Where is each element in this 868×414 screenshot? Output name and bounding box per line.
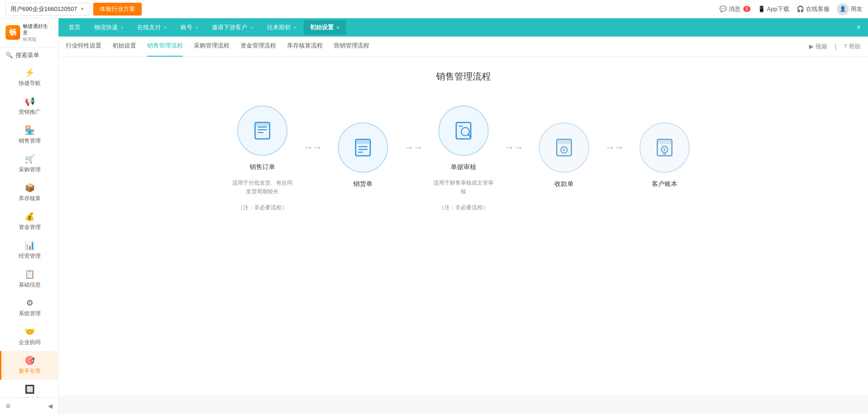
tab-logistics[interactable]: 物流快递 × xyxy=(88,20,130,35)
sidebar-item-inventory[interactable]: 📦 库存核算 xyxy=(0,178,58,207)
app-label: App下载 xyxy=(767,5,789,13)
close-icon[interactable]: × xyxy=(121,25,123,30)
sidebar-item-app-center[interactable]: 🔲 应用中心 xyxy=(0,380,58,398)
sub-tab-sales-flow[interactable]: 销售管理流程 xyxy=(147,37,183,57)
sales-icon: 🏪 xyxy=(25,125,35,135)
sidebar-item-label: 系统管理 xyxy=(19,310,41,318)
flow-step-customer-account[interactable]: ¥ 客户账本 xyxy=(623,122,706,196)
close-all-tabs[interactable]: × xyxy=(853,23,864,32)
svg-rect-4 xyxy=(256,123,269,126)
sub-tab-init-label: 初始设置 xyxy=(112,42,136,50)
help-icon: ? xyxy=(844,43,847,50)
username-label: 用友 xyxy=(851,5,863,13)
sidebar-item-label: 库存核算 xyxy=(19,195,41,202)
sub-tab-inventory-flow[interactable]: 库存核算流程 xyxy=(287,37,323,57)
sidebar-item-label: 基础信息 xyxy=(19,281,41,289)
close-icon[interactable]: × xyxy=(336,25,339,30)
message-item[interactable]: 💬 消息 6 xyxy=(719,5,751,13)
search-label: 搜索菜单 xyxy=(16,51,39,59)
sub-tab-marketing-flow[interactable]: 营销管理流程 xyxy=(334,37,369,57)
quick-icon: ⚡ xyxy=(25,68,35,78)
tab-init-settings[interactable]: 初始设置 × xyxy=(304,20,346,35)
sub-tabs-actions: ▶ 视频 | ? 帮助 xyxy=(809,42,861,51)
flow-diagram: 销售订单 适用于分批发货、有合同发货周期较长 （注：非必要流程） →→ xyxy=(77,106,850,212)
tab-period-label: 往来期初 xyxy=(267,23,291,32)
user-profile[interactable]: 👤 用友 xyxy=(837,3,863,15)
collapse-icon[interactable]: ◀ xyxy=(48,403,53,409)
service-label: 在线客服 xyxy=(806,5,830,13)
sidebar-search[interactable]: 🔍 搜索菜单 xyxy=(0,48,58,63)
video-label: 视频 xyxy=(815,42,827,51)
close-icon[interactable]: × xyxy=(250,25,253,30)
sidebar-item-label: 销售管理 xyxy=(19,137,41,145)
flow-circle-sales-invoice xyxy=(338,122,388,173)
headset-icon: 🎧 xyxy=(797,5,804,12)
flow-name-sales-invoice: 销货单 xyxy=(353,180,373,188)
page-title: 销售管理流程 xyxy=(77,70,850,83)
search-icon: 🔍 xyxy=(5,52,13,58)
sidebar-item-sales[interactable]: 🏪 销售管理 xyxy=(0,121,58,149)
close-icon[interactable]: × xyxy=(164,25,166,30)
header-left: 用户690企业1660120507 ▼ 体验行业方案 xyxy=(5,3,142,16)
sidebar-item-purchase[interactable]: 🛒 采购管理 xyxy=(0,149,58,178)
sidebar-item-operations[interactable]: 📊 经营管理 xyxy=(0,236,58,265)
sidebar-logo: 畅 畅捷通好生意 标准版 xyxy=(0,18,58,48)
sidebar-item-system[interactable]: ⚙ 系统管理 xyxy=(0,293,58,322)
sub-tab-sales-flow-label: 销售管理流程 xyxy=(147,42,183,50)
user-label: 用户690企业1660120507 xyxy=(11,5,77,13)
close-icon[interactable]: × xyxy=(293,25,296,30)
avatar: 👤 xyxy=(837,3,849,15)
sub-tab-industry[interactable]: 行业特性设置 xyxy=(66,37,101,57)
sidebar-item-label: 快捷导航 xyxy=(19,80,41,87)
tab-invite[interactable]: 邀请下游客户 × xyxy=(205,20,259,35)
sidebar-item-newbie[interactable]: 🎯 新手引导 xyxy=(0,351,58,380)
user-selector[interactable]: 用户690企业1660120507 ▼ xyxy=(5,3,90,16)
flow-step-receipt[interactable]: ¥ 收款单 xyxy=(523,122,605,196)
tab-logistics-label: 物流快递 xyxy=(94,23,118,32)
flow-step-sales-invoice[interactable]: 销货单 xyxy=(322,122,404,196)
svg-rect-15 xyxy=(558,140,570,144)
sidebar-item-label: 资金管理 xyxy=(19,223,41,231)
flow-step-sales-order[interactable]: 销售订单 适用于分批发货、有合同发货周期较长 （注：非必要流程） xyxy=(221,106,304,212)
sub-tab-capital-flow[interactable]: 资金管理流程 xyxy=(240,37,276,57)
sub-tab-init[interactable]: 初始设置 xyxy=(112,37,136,57)
sub-tab-industry-label: 行业特性设置 xyxy=(66,42,101,50)
divider: | xyxy=(835,43,836,50)
sidebar-item-label: 采购管理 xyxy=(19,166,41,174)
flow-desc-audit: 适用于财务审核或主管审核 xyxy=(431,179,495,196)
tab-account[interactable]: 账号 × xyxy=(174,20,204,35)
app-download-item[interactable]: 📱 App下载 xyxy=(758,5,789,13)
tab-invite-label: 邀请下游客户 xyxy=(212,23,247,32)
settings-icon[interactable]: ⚙ xyxy=(5,403,11,409)
video-link[interactable]: ▶ 视频 xyxy=(809,42,827,51)
sidebar-item-finance[interactable]: 💰 资金管理 xyxy=(0,207,58,236)
sidebar-item-label: 营销推广 xyxy=(19,108,41,116)
purchase-icon: 🛒 xyxy=(25,154,35,164)
sub-tab-purchase-flow[interactable]: 采购管理流程 xyxy=(194,37,229,57)
sidebar-bottom: ⚙ ◀ xyxy=(0,398,58,414)
sidebar: 畅 畅捷通好生意 标准版 🔍 搜索菜单 ⚡ 快捷导航 📢 营销推广 🏪 销售管理… xyxy=(0,18,59,414)
logo-title: 畅捷通好生意 xyxy=(23,23,53,36)
tab-payment[interactable]: 在线支付 × xyxy=(131,20,173,35)
phone-icon: 📱 xyxy=(758,5,765,12)
message-badge: 6 xyxy=(743,6,751,12)
service-item[interactable]: 🎧 在线客服 xyxy=(797,5,830,13)
nav-tabs: 首页 物流快递 × 在线支付 × 账号 × 邀请下游客户 × 往来期初 × 初始… xyxy=(59,18,868,37)
trial-button[interactable]: 体验行业方案 xyxy=(93,3,142,16)
page-content: 销售管理流程 销售订单 适用于分批发货、有合同 xyxy=(59,57,868,395)
help-link[interactable]: ? 帮助 xyxy=(844,42,861,51)
tab-period[interactable]: 往来期初 × xyxy=(261,20,303,35)
sub-tabs: 行业特性设置 初始设置 销售管理流程 采购管理流程 资金管理流程 库存核算流程 … xyxy=(59,37,868,57)
sidebar-item-quick[interactable]: ⚡ 快捷导航 xyxy=(0,63,58,92)
flow-arrow-1: →→ xyxy=(304,142,322,154)
close-icon[interactable]: × xyxy=(195,25,198,30)
sidebar-item-enterprise[interactable]: 🤝 企业协同 xyxy=(0,322,58,351)
inventory-icon: 📦 xyxy=(25,183,35,193)
tab-home[interactable]: 首页 xyxy=(62,20,87,35)
sidebar-item-base-info[interactable]: 📋 基础信息 xyxy=(0,265,58,293)
top-header: 用户690企业1660120507 ▼ 体验行业方案 💬 消息 6 📱 App下… xyxy=(0,0,868,18)
sidebar-item-marketing[interactable]: 📢 营销推广 xyxy=(0,92,58,121)
flow-step-audit[interactable]: 单据审核 适用于财务审核或主管审核 （注：非必要流程） xyxy=(422,106,505,212)
sub-tab-purchase-flow-label: 采购管理流程 xyxy=(194,42,229,50)
main-wrapper: 首页 物流快递 × 在线支付 × 账号 × 邀请下游客户 × 往来期初 × 初始… xyxy=(59,18,868,414)
